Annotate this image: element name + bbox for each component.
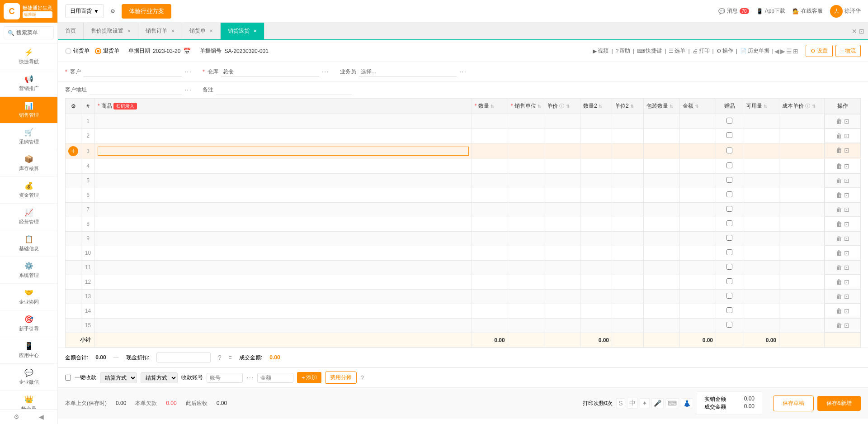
copy-row-button[interactable]: ⊡ bbox=[844, 191, 849, 199]
shortcut-button[interactable]: ⌨ 快捷键 bbox=[635, 46, 664, 56]
warehouse-select-icon[interactable]: ··· bbox=[322, 68, 329, 76]
copy-row-button[interactable]: ⊡ bbox=[844, 322, 849, 329]
row-unit-cell[interactable] bbox=[508, 143, 544, 159]
staff-input[interactable] bbox=[359, 67, 457, 77]
sidebar-item-finance[interactable]: 💰 资金管理 bbox=[0, 177, 57, 204]
sidebar-item-inventory[interactable]: 📦 库存核算 bbox=[0, 150, 57, 177]
copy-row-button[interactable]: ⊡ bbox=[844, 118, 849, 125]
ime-icon1[interactable]: S bbox=[616, 398, 625, 408]
delete-row-button[interactable]: 🗑 bbox=[836, 132, 842, 139]
sidebar-item-member[interactable]: 👑 畅会员 bbox=[0, 391, 57, 409]
row-qty2-cell[interactable] bbox=[580, 114, 612, 129]
tab-price-settings[interactable]: 售价提取设置 ✕ bbox=[84, 23, 138, 39]
staff-select-icon[interactable]: ··· bbox=[459, 68, 467, 76]
row-product-cell[interactable] bbox=[95, 114, 472, 129]
copy-row-button[interactable]: ⊡ bbox=[844, 307, 849, 314]
delete-row-button[interactable]: 🗑 bbox=[836, 235, 842, 242]
ime-icon4[interactable]: 🎤 bbox=[651, 398, 664, 408]
copy-row-button[interactable]: ⊡ bbox=[844, 147, 849, 154]
copy-row-button[interactable]: ⊡ bbox=[844, 249, 849, 257]
row-pack-cell[interactable] bbox=[644, 143, 680, 159]
pack-sort-icon[interactable]: ⇅ bbox=[670, 104, 673, 109]
sidebar-item-app-center[interactable]: 📱 应用中心 bbox=[0, 337, 57, 364]
copy-row-button[interactable]: ⊡ bbox=[844, 235, 849, 242]
radio-return[interactable]: 退货单 bbox=[95, 47, 119, 55]
gift-checkbox[interactable] bbox=[726, 307, 732, 313]
row-amount-cell[interactable] bbox=[680, 129, 716, 143]
row-amount-cell[interactable] bbox=[680, 143, 716, 159]
add-row-button[interactable]: + bbox=[68, 146, 78, 156]
sidebar-settings-button[interactable]: ⚙ bbox=[14, 413, 19, 420]
help-button[interactable]: ? 帮助 bbox=[614, 46, 632, 56]
delete-row-button[interactable]: 🗑 bbox=[836, 264, 842, 271]
price-sort-icon[interactable]: ⇅ bbox=[566, 104, 570, 109]
row-gift-cell[interactable] bbox=[716, 143, 743, 159]
gear-icon[interactable]: ⚙ bbox=[71, 103, 76, 110]
amount-sort-icon[interactable]: ⇅ bbox=[695, 104, 698, 109]
cost-info-icon[interactable]: ⓘ bbox=[805, 103, 810, 109]
address-select-icon[interactable]: ··· bbox=[184, 86, 192, 94]
row-amount-cell[interactable] bbox=[680, 114, 716, 129]
tab-sales-order[interactable]: 销售订单 ✕ bbox=[138, 23, 182, 39]
gift-checkbox[interactable] bbox=[726, 264, 732, 270]
sidebar-item-system[interactable]: ⚙️ 系统管理 bbox=[0, 257, 57, 284]
sidebar-item-operation[interactable]: 📈 经营管理 bbox=[0, 204, 57, 230]
row-unit2-cell[interactable] bbox=[612, 143, 644, 159]
tab-close-icon[interactable]: ✕ bbox=[127, 29, 131, 33]
row-unit-cell[interactable] bbox=[508, 129, 544, 143]
delete-row-button[interactable]: 🗑 bbox=[836, 293, 842, 300]
sidebar-item-quick-nav[interactable]: ⚡ 快捷导航 bbox=[0, 43, 57, 70]
payment-help-icon[interactable]: ? bbox=[360, 374, 364, 381]
sidebar-item-marketing[interactable]: 📢 营销推广 bbox=[0, 70, 57, 97]
unit-sort-icon[interactable]: ⇅ bbox=[538, 104, 541, 109]
row-available-cell[interactable] bbox=[743, 129, 779, 143]
operate-button[interactable]: ⚙ 操作 bbox=[715, 46, 735, 56]
online-service-button[interactable]: 💁 在线客服 bbox=[793, 7, 823, 15]
settings-button[interactable]: ⚙ 设置 bbox=[806, 45, 833, 57]
row-unit-cell[interactable] bbox=[508, 114, 544, 129]
payment-amount-input[interactable] bbox=[257, 373, 293, 383]
row-available-cell[interactable] bbox=[743, 143, 779, 159]
sidebar-item-guide[interactable]: 🎯 新手引导 bbox=[0, 310, 57, 337]
delete-row-button[interactable]: 🗑 bbox=[836, 177, 842, 184]
discount-help-icon[interactable]: ? bbox=[218, 354, 222, 361]
row-gift-cell[interactable] bbox=[716, 129, 743, 143]
row-qty2-cell[interactable] bbox=[580, 129, 612, 143]
sidebar-item-wechat[interactable]: 💬 企业微信 bbox=[0, 364, 57, 391]
account-input[interactable] bbox=[207, 373, 243, 383]
delete-row-button[interactable]: 🗑 bbox=[836, 147, 842, 154]
gift-checkbox[interactable] bbox=[726, 235, 732, 241]
row-cost-cell[interactable] bbox=[779, 143, 825, 159]
row-qty-cell[interactable] bbox=[472, 129, 508, 143]
add-payment-button[interactable]: + 添加 bbox=[297, 372, 321, 383]
row-cost-cell[interactable] bbox=[779, 129, 825, 143]
trial-button[interactable]: 体验行业方案 bbox=[122, 4, 171, 19]
product-input[interactable] bbox=[98, 147, 469, 156]
gift-checkbox[interactable] bbox=[726, 191, 732, 197]
sidebar-collapse-button[interactable]: ◀ bbox=[39, 413, 44, 420]
gift-checkbox[interactable] bbox=[726, 162, 732, 168]
gift-checkbox[interactable] bbox=[726, 148, 732, 153]
onetime-payment-checkbox[interactable] bbox=[65, 375, 71, 381]
print-button[interactable]: 🖨 打印 bbox=[691, 46, 712, 56]
row-qty-cell[interactable] bbox=[472, 114, 508, 129]
save-new-button[interactable]: 保存&新增 bbox=[817, 396, 861, 411]
customer-select-icon[interactable]: ··· bbox=[184, 68, 192, 76]
calc-method-select2[interactable]: 结算方式 bbox=[141, 372, 178, 383]
customer-input[interactable] bbox=[84, 67, 182, 77]
sidebar-item-sales-mgmt[interactable]: 📊 销售管理 bbox=[0, 97, 57, 124]
sidebar-item-purchase-mgmt[interactable]: 🛒 采购管理 bbox=[0, 124, 57, 150]
gift-checkbox[interactable] bbox=[726, 249, 732, 255]
ime-icon6[interactable]: 👗 bbox=[681, 398, 693, 408]
industry-select[interactable]: 日用百货 ▼ bbox=[65, 4, 104, 18]
tab-close-all-button[interactable]: ✕ bbox=[852, 28, 857, 35]
logistics-button[interactable]: + 物流 bbox=[835, 45, 861, 57]
tab-sales-delivery[interactable]: 销货单 ✕ bbox=[182, 23, 221, 39]
gift-checkbox[interactable] bbox=[726, 132, 732, 138]
unit2-sort-icon[interactable]: ⇅ bbox=[630, 104, 634, 109]
gift-checkbox[interactable] bbox=[726, 322, 732, 328]
copy-row-button[interactable]: ⊡ bbox=[844, 206, 849, 213]
scan-btn[interactable]: 扫码录入 bbox=[113, 103, 137, 110]
row-cost-cell[interactable] bbox=[779, 114, 825, 129]
select-order-button[interactable]: ☰ 选单 bbox=[667, 46, 687, 56]
